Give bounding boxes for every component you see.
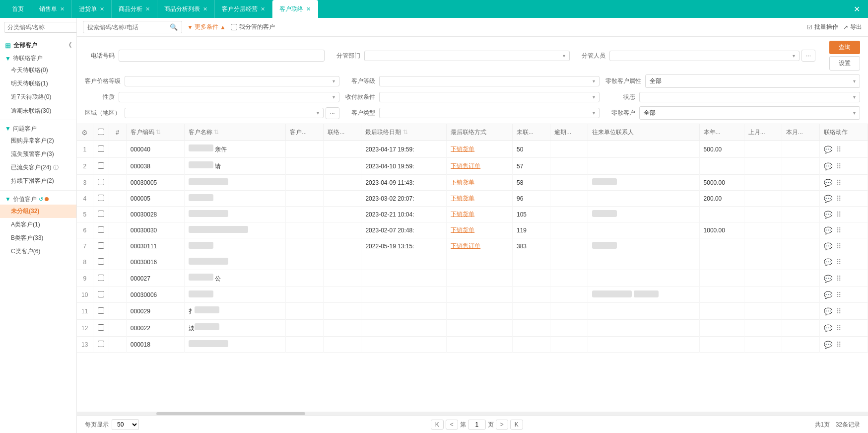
tab-sales[interactable]: 销售单 ✕ xyxy=(32,0,72,18)
tab-purchase-close[interactable]: ✕ xyxy=(100,6,104,12)
row-checkbox[interactable] xyxy=(93,320,109,337)
menu-icon[interactable]: ⠿ xyxy=(836,258,841,266)
menu-icon[interactable]: ⠿ xyxy=(836,211,841,218)
my-customers-checkbox[interactable] xyxy=(231,24,237,30)
sidebar-item-class-b[interactable]: B类客户(33) xyxy=(0,231,76,245)
menu-icon[interactable]: ⠿ xyxy=(836,179,841,187)
chat-icon[interactable]: 💬 xyxy=(824,195,832,203)
field-customer-type-select[interactable]: ▾ xyxy=(379,108,600,118)
next-page-button[interactable]: > xyxy=(496,420,508,430)
row-checkbox[interactable] xyxy=(93,254,109,270)
menu-icon[interactable]: ⠿ xyxy=(836,275,841,283)
row-checkbox[interactable] xyxy=(93,141,109,158)
select-all-checkbox[interactable] xyxy=(98,129,104,135)
row-checkbox[interactable] xyxy=(93,303,109,320)
sidebar-item-hoard[interactable]: 囤购异常客户(2) xyxy=(0,134,76,147)
row-checkbox[interactable] xyxy=(93,287,109,303)
tab-sales-close[interactable]: ✕ xyxy=(60,6,65,12)
th-checkbox[interactable] xyxy=(93,124,109,141)
sidebar-search-input[interactable] xyxy=(4,22,77,33)
chat-icon[interactable]: 💬 xyxy=(824,242,832,250)
menu-icon[interactable]: ⠿ xyxy=(836,341,841,349)
tab-analysis-list-close[interactable]: ✕ xyxy=(203,6,207,12)
tab-analysis[interactable]: 商品分析 ✕ xyxy=(112,0,157,18)
last-page-button[interactable]: K xyxy=(510,420,523,430)
chat-icon[interactable]: 💬 xyxy=(824,258,832,266)
sidebar-item-class-a[interactable]: A类客户(1) xyxy=(0,218,76,231)
row-checkbox[interactable] xyxy=(93,158,109,175)
row-checkbox[interactable] xyxy=(93,191,109,207)
search-input[interactable] xyxy=(87,24,170,31)
page-size-select[interactable]: 50 20 100 xyxy=(112,419,139,430)
export-button[interactable]: ↗ 导出 xyxy=(843,23,862,31)
menu-icon[interactable]: ⠿ xyxy=(836,242,841,250)
more-conditions-button[interactable]: ▼ 更多条件 ▲ xyxy=(187,23,226,31)
th-gear[interactable]: ⚙ xyxy=(77,124,93,141)
row-checkbox[interactable] xyxy=(93,238,109,254)
sidebar-item-churned[interactable]: 已流失客户(24) ⓘ xyxy=(0,161,76,174)
scrollbar-thumb[interactable] xyxy=(156,412,305,415)
row-last-method[interactable]: 下销货单 xyxy=(447,191,513,207)
field-person-dots-button[interactable]: ··· xyxy=(801,50,815,62)
field-region-dots-button[interactable]: ··· xyxy=(326,107,339,119)
prev-page-button[interactable]: < xyxy=(446,420,458,430)
field-phone-input[interactable] xyxy=(119,50,325,62)
field-retail-attr-select[interactable]: 全部 ▾ xyxy=(645,74,860,88)
tab-purchase[interactable]: 进货单 ✕ xyxy=(72,0,112,18)
sidebar-item-today[interactable]: 今天待联络(0) xyxy=(0,64,76,77)
page-number-input[interactable] xyxy=(468,420,486,430)
tab-analysis-close[interactable]: ✕ xyxy=(145,6,150,12)
field-payment-select[interactable]: ▾ xyxy=(379,92,600,102)
menu-icon[interactable]: ⠿ xyxy=(836,307,841,315)
horizontal-scrollbar[interactable] xyxy=(77,412,868,416)
sidebar-item-class-c[interactable]: C类客户(6) xyxy=(0,245,76,258)
field-price-level-select[interactable]: ▾ xyxy=(125,76,339,86)
chat-icon[interactable]: 💬 xyxy=(824,324,832,332)
batch-ops-button[interactable]: ☑ 批量操作 xyxy=(807,23,838,31)
row-last-method[interactable]: 下销货单 xyxy=(447,141,513,158)
chat-icon[interactable]: 💬 xyxy=(824,211,832,218)
field-region-select[interactable]: ▾ xyxy=(125,108,324,118)
reset-button[interactable]: 设置 xyxy=(829,56,860,71)
sidebar-collapse-icon[interactable]: 《 xyxy=(66,41,71,50)
row-last-method[interactable]: 下销货单 xyxy=(447,207,513,222)
field-dept-select[interactable]: ▾ xyxy=(364,51,570,61)
field-status-select[interactable]: ▾ xyxy=(639,92,860,102)
row-last-method[interactable]: 下销货单 xyxy=(447,222,513,238)
menu-icon[interactable]: ⠿ xyxy=(836,162,841,170)
sidebar-item-declining[interactable]: 持续下滑客户(2) xyxy=(0,174,76,188)
tab-home[interactable]: 首页 xyxy=(4,0,32,18)
row-checkbox[interactable] xyxy=(93,222,109,238)
chat-icon[interactable]: 💬 xyxy=(824,291,832,299)
chat-icon[interactable]: 💬 xyxy=(824,162,832,170)
sidebar-item-overdue[interactable]: 逾期未联络(30) xyxy=(0,104,76,118)
chat-icon[interactable]: 💬 xyxy=(824,179,832,187)
chat-icon[interactable]: 💬 xyxy=(824,341,832,349)
gear-icon[interactable]: ⚙ xyxy=(81,129,89,137)
sidebar-item-churn-warn[interactable]: 流失预警客户(3) xyxy=(0,147,76,161)
refresh-icon[interactable]: ↺ xyxy=(39,196,43,203)
first-page-button[interactable]: K xyxy=(431,420,444,430)
sidebar-item-tomorrow[interactable]: 明天待联络(1) xyxy=(0,77,76,90)
tab-customer-seg[interactable]: 客户分层经营 ✕ xyxy=(215,0,272,18)
sidebar-item-7days[interactable]: 近7天待联络(0) xyxy=(0,90,76,104)
th-name[interactable]: 客户名称 ⇅ xyxy=(184,124,285,141)
menu-icon[interactable]: ⠿ xyxy=(836,291,841,299)
window-close-icon[interactable]: ✕ xyxy=(850,4,864,14)
chat-icon[interactable]: 💬 xyxy=(824,275,832,283)
tab-analysis-list[interactable]: 商品分析列表 ✕ xyxy=(157,0,215,18)
menu-icon[interactable]: ⠿ xyxy=(836,324,841,332)
row-last-method[interactable]: 下销售订单 xyxy=(447,238,513,254)
chat-icon[interactable]: 💬 xyxy=(824,145,832,153)
chat-icon[interactable]: 💬 xyxy=(824,307,832,315)
row-checkbox[interactable] xyxy=(93,207,109,222)
row-last-method[interactable]: 下销货单 xyxy=(447,175,513,191)
field-retail-customer-select[interactable]: 全部 ▾ xyxy=(639,106,860,120)
field-nature-select[interactable]: ▾ xyxy=(119,92,339,102)
menu-icon[interactable]: ⠿ xyxy=(836,195,841,203)
query-button[interactable]: 查询 xyxy=(829,41,860,54)
field-customer-level-select[interactable]: ▾ xyxy=(379,76,600,86)
th-code[interactable]: 客户编码 ⇅ xyxy=(126,124,184,141)
menu-icon[interactable]: ⠿ xyxy=(836,145,841,153)
row-checkbox[interactable] xyxy=(93,337,109,353)
